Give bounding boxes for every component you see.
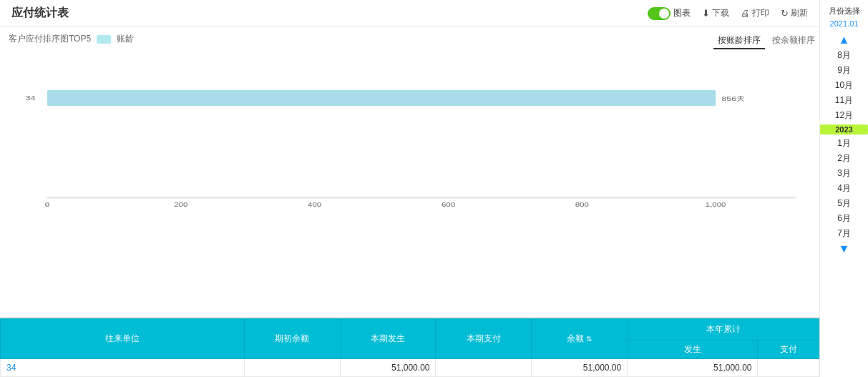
col-current-occur: 本期发生 — [340, 319, 436, 359]
page-title: 应付统计表 — [11, 6, 69, 21]
cell-balance: 51,000.00 — [532, 359, 628, 377]
print-button[interactable]: 🖨 打印 — [741, 7, 769, 19]
data-table-wrap: 往来单位 期初余额 本期发生 本期支付 余额 ⇅ 本年累计 发生 支付 — [0, 318, 819, 377]
col-ytd: 本年累计 — [628, 319, 819, 341]
sidebar-month-11[interactable]: 11月 — [820, 93, 868, 108]
col-current-pay: 本期支付 — [436, 319, 532, 359]
sort-by-amount-btn[interactable]: 按余额排序 — [768, 33, 819, 49]
sidebar-month-9[interactable]: 9月 — [820, 63, 868, 78]
sort-buttons: 按账龄排序 按余额排序 — [713, 33, 819, 49]
col-opening: 期初余额 — [244, 319, 340, 359]
balance-sort-icon: ⇅ — [586, 335, 592, 343]
cell-opening — [244, 359, 340, 377]
sidebar-month-3[interactable]: 3月 — [820, 166, 868, 181]
sidebar-month-1[interactable]: 1月 — [820, 136, 868, 151]
legend-item: 账龄 — [117, 33, 134, 45]
download-button[interactable]: ⬇ 下载 — [702, 7, 729, 19]
table-row: 34 51,000.00 51,000.00 51,000.00 — [1, 359, 819, 377]
sidebar-month-8[interactable]: 8月 — [820, 48, 868, 63]
header-actions: 图表 ⬇ 下载 🖨 打印 ↻ 刷新 — [648, 7, 808, 20]
month-sidebar: 月份选择 2021.01 ▲ 8月 9月 10月 11月 12月 2023 1月… — [819, 0, 868, 377]
sidebar-selected-month: 2021.01 — [830, 19, 859, 28]
sidebar-month-6[interactable]: 6月 — [820, 211, 868, 226]
cell-current-occur: 51,000.00 — [340, 359, 436, 377]
svg-text:0: 0 — [45, 202, 50, 208]
col-vendor: 往来单位 — [1, 319, 245, 359]
sidebar-month-7[interactable]: 7月 — [820, 226, 868, 241]
bar-chart-svg: 34 856天 0 200 400 600 800 1,000 — [9, 51, 811, 208]
print-icon: 🖨 — [741, 8, 750, 19]
table-header-row: 往来单位 期初余额 本期发生 本期支付 余额 ⇅ 本年累计 — [1, 319, 819, 341]
sidebar-month-10[interactable]: 10月 — [820, 78, 868, 93]
sidebar-down-arrow[interactable]: ▼ — [839, 243, 850, 255]
refresh-button[interactable]: ↻ 刷新 — [781, 7, 808, 19]
chart-toggle-wrap: 图表 — [648, 7, 691, 20]
data-table: 往来单位 期初余额 本期发生 本期支付 余额 ⇅ 本年累计 发生 支付 — [0, 318, 819, 377]
legend-color-box — [97, 35, 111, 44]
refresh-icon: ↻ — [781, 8, 789, 19]
bar-fill — [47, 90, 716, 106]
sidebar-month-2[interactable]: 2月 — [820, 151, 868, 166]
cell-current-pay — [436, 359, 532, 377]
svg-text:600: 600 — [442, 202, 455, 208]
svg-text:400: 400 — [308, 202, 321, 208]
sidebar-month-4[interactable]: 4月 — [820, 181, 868, 196]
sidebar-title: 月份选择 — [829, 6, 860, 16]
svg-text:800: 800 — [575, 202, 589, 208]
svg-text:200: 200 — [174, 202, 187, 208]
chart-label: 图表 — [673, 7, 691, 19]
col-ytd-pay: 支付 — [758, 341, 819, 359]
cell-vendor: 34 — [1, 359, 245, 377]
bar-value-label: 856天 — [721, 94, 745, 102]
sidebar-year-badge[interactable]: 2023 — [820, 124, 868, 134]
sort-by-balance-btn[interactable]: 按账龄排序 — [713, 33, 765, 49]
y-label: 34 — [26, 94, 36, 102]
col-balance: 余额 ⇅ — [532, 319, 628, 359]
chart-area: 客户应付排序图TOP5 账龄 按账龄排序 按余额排序 34 856天 0 200… — [0, 27, 819, 318]
sidebar-month-5[interactable]: 5月 — [820, 196, 868, 211]
sidebar-month-12[interactable]: 12月 — [820, 108, 868, 123]
chart-toggle[interactable] — [648, 7, 670, 20]
page-header: 应付统计表 图表 ⬇ 下载 🖨 打印 ↻ 刷新 — [0, 0, 819, 27]
cell-ytd-pay — [758, 359, 819, 377]
legend-text: 客户应付排序图TOP5 — [9, 33, 91, 45]
svg-text:1,000: 1,000 — [706, 202, 726, 208]
cell-ytd-occur: 51,000.00 — [628, 359, 758, 377]
col-ytd-occur: 发生 — [628, 341, 758, 359]
sidebar-up-arrow[interactable]: ▲ — [839, 34, 850, 46]
download-icon: ⬇ — [702, 8, 710, 19]
vendor-link[interactable]: 34 — [6, 363, 16, 373]
chart-legend: 客户应付排序图TOP5 账龄 — [9, 33, 134, 45]
